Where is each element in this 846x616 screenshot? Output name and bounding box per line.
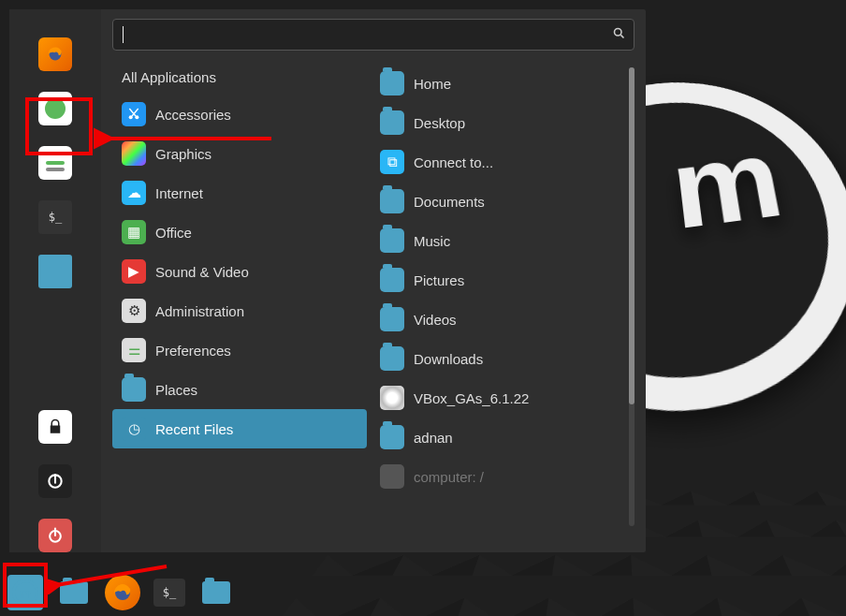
svg-line-7: [56, 566, 167, 585]
annotation-arrow-bottom: [45, 562, 176, 594]
category-label: Places: [155, 382, 197, 398]
place-adnan[interactable]: adnan: [371, 418, 625, 457]
place-label: Documents: [414, 194, 485, 210]
taskbar-start-menu[interactable]: m: [7, 575, 43, 610]
place-label: Pictures: [414, 272, 464, 288]
place-pictures[interactable]: Pictures: [371, 260, 625, 300]
place-home[interactable]: Home: [371, 64, 625, 103]
favorites-column: $_: [9, 9, 101, 552]
category-label: Administration: [155, 303, 244, 319]
scrollbar-thumb[interactable]: [629, 67, 634, 404]
place-documents[interactable]: Documents: [371, 182, 625, 221]
place-label: Desktop: [414, 115, 465, 131]
places-column: Home Desktop ⧉Connect to... Documents Mu…: [371, 64, 625, 549]
favorite-terminal[interactable]: $_: [38, 200, 72, 234]
place-desktop[interactable]: Desktop: [371, 103, 625, 142]
category-label: Internet: [155, 185, 203, 201]
annotation-arrow-top: [94, 122, 281, 150]
place-label: VBox_GAs_6.1.22: [414, 390, 529, 406]
place-music[interactable]: Music: [371, 221, 625, 260]
category-sound-video[interactable]: ▶Sound & Video: [112, 252, 367, 291]
categories-header: All Applications: [112, 64, 367, 95]
place-downloads[interactable]: Downloads: [371, 339, 625, 378]
favorite-files[interactable]: [38, 255, 72, 288]
category-label: Sound & Video: [155, 264, 249, 280]
shutdown-button[interactable]: [38, 519, 72, 552]
place-computer-root[interactable]: computer: /: [371, 457, 625, 496]
lock-screen-button[interactable]: [38, 410, 72, 444]
application-menu: $_ All Applications Accessories Graphics: [9, 9, 646, 552]
place-label: Downloads: [414, 351, 483, 367]
place-videos[interactable]: Videos: [371, 300, 625, 339]
place-label: Connect to...: [414, 154, 493, 170]
favorite-system-settings[interactable]: [38, 146, 72, 180]
category-preferences[interactable]: ⚌Preferences: [112, 330, 367, 370]
place-label: Videos: [414, 312, 457, 328]
favorite-firefox[interactable]: [38, 37, 72, 71]
category-internet[interactable]: ☁Internet: [112, 173, 367, 213]
category-label: Office: [155, 225, 192, 241]
search-bar[interactable]: [112, 19, 634, 51]
category-office[interactable]: ▦Office: [112, 213, 367, 252]
svg-point-3: [615, 29, 622, 37]
place-label: Home: [414, 76, 451, 92]
place-label: Music: [414, 233, 450, 249]
category-places[interactable]: Places: [112, 370, 367, 409]
category-label: Recent Files: [155, 421, 233, 437]
place-label: computer: /: [414, 469, 484, 485]
place-vbox-gas[interactable]: VBox_GAs_6.1.22: [371, 378, 625, 418]
favorite-apps-grid[interactable]: [38, 92, 72, 125]
scrollbar[interactable]: [629, 67, 634, 526]
taskbar-files2[interactable]: [198, 575, 234, 610]
place-connect-to[interactable]: ⧉Connect to...: [371, 142, 625, 182]
place-label: adnan: [414, 430, 453, 446]
category-recent-files[interactable]: ◷Recent Files: [112, 409, 367, 448]
search-input[interactable]: [124, 27, 612, 43]
category-label: Accessories: [155, 107, 231, 123]
category-label: Preferences: [155, 343, 231, 359]
category-administration[interactable]: ⚙Administration: [112, 291, 367, 330]
logout-button[interactable]: [38, 464, 72, 498]
search-icon: [612, 26, 626, 43]
menu-main: All Applications Accessories Graphics ☁I…: [101, 9, 646, 552]
